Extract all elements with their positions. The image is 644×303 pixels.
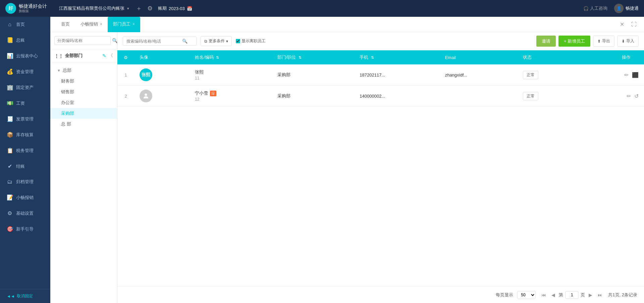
table-col-phone[interactable]: 手机 ⇅ xyxy=(354,50,439,64)
dept-node-head[interactable]: 总 部 xyxy=(50,119,117,130)
dept-node-office[interactable]: 办公室 xyxy=(50,97,117,108)
page-nav: ⏮ ◀ 第 页 ▶ ⏭ xyxy=(540,291,604,299)
filter-button[interactable]: ⧉ 更多条件 ▾ xyxy=(201,36,232,46)
sidebar-item-settings[interactable]: ⚙ 基础设置 xyxy=(0,205,50,221)
tag-ying-2: 应 xyxy=(210,91,216,96)
dept-all-label: 全部部门 xyxy=(65,53,83,59)
tab-home[interactable]: 首页 xyxy=(56,17,75,32)
tab-close-window[interactable]: ✕ xyxy=(617,20,627,29)
company-dropdown-arrow: ▾ xyxy=(127,6,129,11)
sidebar-item-salary[interactable]: 💵 工资 xyxy=(0,95,50,111)
sidebar-item-fixed-assets[interactable]: 🏢 固定资产 xyxy=(0,80,50,95)
right-panel: 🔍 ⧉ 更多条件 ▾ 显示离职员工 邀请 xyxy=(117,32,644,303)
tab-maximize[interactable]: ⛶ xyxy=(629,20,639,29)
sidebar-label-funds: 资金管理 xyxy=(16,69,34,75)
period-value: 2023-03 xyxy=(169,6,185,11)
sidebar-item-expense[interactable]: 📝 小畅报销 xyxy=(0,190,50,205)
dept-node-finance[interactable]: 财务部 xyxy=(50,76,117,87)
tab-corner-buttons: ✕ ⛶ xyxy=(617,20,639,29)
dept-collapse-button[interactable]: 《 xyxy=(108,53,113,59)
sidebar-item-archive[interactable]: 🗂 归档管理 xyxy=(0,174,50,190)
show-resigned-label[interactable]: 显示离职员工 xyxy=(236,38,266,44)
tab-dept-close[interactable]: × xyxy=(132,22,135,27)
sidebar-label-home: 首页 xyxy=(16,21,25,28)
add-employee-button[interactable]: + 新增员工 xyxy=(558,36,590,47)
sidebar-item-reports[interactable]: 📊 云报表中心 xyxy=(0,48,50,64)
dept-node-general[interactable]: ▼ 总部 xyxy=(50,65,117,76)
sidebar-label-guide: 新手引导 xyxy=(16,226,34,232)
refresh-button-2[interactable]: ↺ xyxy=(634,93,639,99)
calendar-icon[interactable]: 📅 xyxy=(187,6,192,11)
import-button[interactable]: ⬇ 导入 xyxy=(617,36,639,47)
expense-icon: 📝 xyxy=(7,194,13,201)
dept-node-purchasing[interactable]: 采购部 xyxy=(50,108,117,119)
edit-button-1[interactable]: ✏ xyxy=(624,72,629,78)
dept-node-sales[interactable]: 销售部 xyxy=(50,87,117,97)
top-header: 好 畅捷通好会计 旗舰版 江西服宝精品有限责任公司内账张 ▾ ＋ ⚙ 账期 20… xyxy=(0,0,644,17)
period-label-text: 账期 xyxy=(158,5,167,11)
company-selector[interactable]: 江西服宝精品有限责任公司内账张 ▾ xyxy=(59,5,129,11)
add-button[interactable]: ＋ xyxy=(136,4,142,12)
tab-home-label: 首页 xyxy=(61,21,70,27)
left-panel: 🔍 ⋮⋮ 全部部门 ✎ 《 ▼ 总部 财务部 xyxy=(50,32,117,303)
dept-cell-2: 采购部 xyxy=(272,86,355,107)
page-suffix: 页 xyxy=(581,292,585,298)
action-cell-2: ✏ ↺ xyxy=(579,86,644,107)
tab-expense-close[interactable]: × xyxy=(100,22,102,27)
avatar-2 xyxy=(140,90,152,102)
page-summary: 共1页, 2条记录 xyxy=(608,292,637,298)
tab-dept-staff[interactable]: 部门员工 × xyxy=(108,17,140,32)
guide-icon: 🎯 xyxy=(7,226,13,232)
page-first-button[interactable]: ⏮ xyxy=(540,291,548,299)
user-area[interactable]: 👤 畅捷通 xyxy=(614,4,639,13)
dept-tree: ▼ 总部 财务部 销售部 办公室 采购部 xyxy=(50,62,117,132)
invite-button[interactable]: 邀请 xyxy=(536,36,556,47)
table-col-name[interactable]: 姓名/编码 ⇅ xyxy=(190,50,272,64)
sidebar: ⌂ 首页 📒 总账 📊 云报表中心 💰 资金管理 🏢 固定资产 💵 工资 🧾 发… xyxy=(0,17,50,303)
header-actions: ＋ ⚙ 账期 2023-03 📅 xyxy=(136,4,192,12)
sidebar-item-general-ledger[interactable]: 📒 总账 xyxy=(0,32,50,48)
sidebar-item-guide[interactable]: 🎯 新手引导 xyxy=(0,221,50,237)
right-header: 🎧 人工咨询 👤 畅捷通 xyxy=(583,4,639,13)
table-col-gear[interactable]: ⚙ xyxy=(117,50,134,64)
sidebar-item-closing[interactable]: ✔ 结账 xyxy=(0,158,50,174)
avatar-1: 张熙 xyxy=(140,68,152,81)
sidebar-item-inventory[interactable]: 📦 库存核算 xyxy=(0,127,50,143)
page-next-button[interactable]: ▶ xyxy=(587,291,594,299)
settings-sidebar-icon: ⚙ xyxy=(7,210,13,216)
sidebar-label-expense: 小畅报销 xyxy=(16,195,34,201)
edit-button-2[interactable]: ✏ xyxy=(627,93,631,99)
sidebar-item-home[interactable]: ⌂ 首页 xyxy=(0,17,50,32)
employee-search-input[interactable] xyxy=(126,39,180,44)
dept-search-input[interactable] xyxy=(54,36,111,45)
sidebar-item-tax[interactable]: 📋 税务管理 xyxy=(0,143,50,158)
filter-icon: ⧉ xyxy=(204,39,207,44)
table-col-action: 操作 xyxy=(579,50,644,64)
export-button[interactable]: ⬆ 导出 xyxy=(593,36,614,47)
page-content: 🔍 ⋮⋮ 全部部门 ✎ 《 ▼ 总部 财务部 xyxy=(50,32,644,303)
closing-icon: ✔ xyxy=(7,163,13,169)
headset-icon: 🎧 xyxy=(583,6,589,11)
app-logo-icon: 好 xyxy=(5,3,16,14)
funds-icon: 💰 xyxy=(7,68,13,75)
table-col-dept[interactable]: 部门/职位 ⇅ xyxy=(272,50,355,64)
dept-search-button[interactable]: 🔍 xyxy=(112,38,117,43)
invoice-icon: 🧾 xyxy=(7,116,13,122)
dept-cell-1: 采购部 xyxy=(272,64,355,86)
page-last-button[interactable]: ⏭ xyxy=(596,291,604,299)
per-page-select[interactable]: 50 100 200 xyxy=(517,291,536,299)
invite-label: 邀请 xyxy=(542,39,550,44)
show-resigned-checkbox[interactable] xyxy=(236,39,240,43)
table-col-status: 状态 xyxy=(518,50,579,64)
service-button[interactable]: 🎧 人工咨询 xyxy=(583,5,607,11)
sidebar-cancel-fixed[interactable]: ◄◄ 取消固定 xyxy=(0,289,50,303)
page-number-input[interactable] xyxy=(565,291,579,299)
page-prev-button[interactable]: ◀ xyxy=(550,291,557,299)
table-header-row: ⚙ 头像 姓名/编码 ⇅ 部门/职位 ⇅ 手机 ⇅ Email 状态 操作 xyxy=(117,50,644,64)
dept-edit-button[interactable]: ✎ xyxy=(102,53,106,58)
sidebar-item-invoice[interactable]: 🧾 发票管理 xyxy=(0,111,50,127)
settings-button[interactable]: ⚙ xyxy=(147,5,153,12)
logout-button-1[interactable]: ⬛ xyxy=(632,72,639,78)
sidebar-item-funds[interactable]: 💰 资金管理 xyxy=(0,64,50,80)
tab-expense[interactable]: 小畅报销 × xyxy=(75,17,108,32)
